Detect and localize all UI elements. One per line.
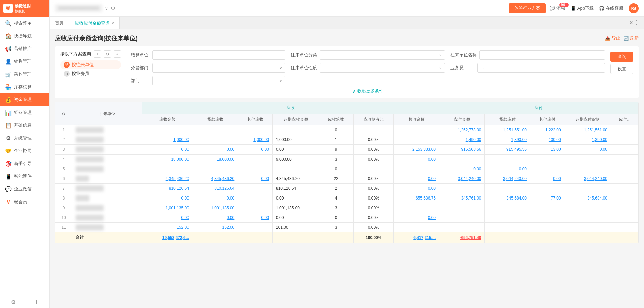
sidebar-item-label: 企业协同 (14, 148, 32, 154)
th-settings[interactable]: ⚙ (55, 102, 72, 125)
partner-name-cell (72, 125, 142, 135)
partner-name-label: 往来单位名称 (450, 52, 477, 58)
tab-close-icon[interactable]: × (112, 21, 114, 26)
tab-home-label: 首页 (55, 20, 64, 26)
tab-ar-ap[interactable]: 应收应付余额查询 × (69, 17, 120, 29)
row-index: 8 (55, 193, 72, 203)
filter-by-salesperson[interactable]: ⊙ 按业务员 (60, 69, 121, 78)
partner-name-input[interactable] (479, 50, 605, 60)
tabs-right: ✕ ⛶ (626, 19, 644, 26)
table-row: 4 18,000.0018,000.009,000.0030.00%0.00 (55, 155, 639, 164)
partner-name-cell (72, 155, 142, 164)
refresh-btn[interactable]: 🔄 刷新 (623, 35, 639, 41)
collapse-scheme-btn[interactable]: « (114, 50, 121, 58)
filter-by-partner[interactable]: 畅 按往来单位 (60, 60, 121, 69)
messages-item[interactable]: 💬 消息 99+ (550, 5, 565, 11)
header-settings-icon[interactable]: ⚙ (111, 5, 115, 11)
tab-home[interactable]: 首页 (50, 17, 69, 29)
sidebar-item-sales[interactable]: 👤 销售管理 (0, 55, 49, 68)
rec-count-cell: 3 (319, 155, 354, 164)
logo-icon: 畅 (3, 4, 13, 13)
sidebar-item-marketing[interactable]: 📢 营销推广 (0, 42, 49, 55)
sidebar-item-wechat[interactable]: 💬 企业微信 (0, 183, 49, 195)
scheme-settings-btn[interactable]: ⊙ (104, 50, 111, 58)
total-pay-amount[interactable]: -654,751.40 (439, 232, 485, 243)
query-btn[interactable]: 查询 (610, 52, 633, 62)
th-rec-overdue: 超期应收金额 (272, 114, 319, 125)
th-rec-amount: 应收金额 (142, 114, 193, 125)
filter-partner-name: 往来单位名称 (450, 50, 605, 60)
set-btn[interactable]: 设置 (610, 64, 633, 74)
tab-maximize-icon[interactable]: ⛶ (636, 20, 641, 26)
dept-label: 分管部门 (131, 65, 150, 71)
page-content: 应收应付余额查询(按往来单位) 📤 导出 🔄 刷新 (50, 29, 644, 308)
avatar-initials: Rit (631, 6, 636, 10)
partner-name-cell: P (72, 193, 142, 203)
marketing-icon: 📢 (5, 46, 11, 52)
partner-nature-select[interactable]: ∨ (320, 63, 445, 73)
settlement-unit-label: 结算单位 (131, 52, 150, 58)
sidebar-item-basic-info[interactable]: 📋 基础信息 (0, 119, 49, 132)
partner-name-cell (72, 213, 142, 223)
total-pre-rec[interactable]: 6,417,215.... (394, 232, 439, 243)
sidebar-item-finance[interactable]: 💰 资金管理 (0, 93, 49, 106)
tab-close-window-icon[interactable]: ✕ (629, 19, 633, 26)
table-row: 674,345,436.204,345,436.200.004,345,436.… (55, 174, 639, 184)
dept-select[interactable]: ∨ (152, 63, 285, 73)
collapse-btn[interactable]: ∧ 收起更多条件 (131, 88, 605, 94)
row-index: 2 (55, 135, 72, 145)
total-rec-amount[interactable]: 19,553,472,6... (142, 232, 193, 243)
filter-partner-category: 往来单位分类 ∨ (291, 50, 445, 60)
row-index: 6 (55, 174, 72, 184)
sidebar-item-system[interactable]: ⚙ 系统管理 (0, 132, 49, 144)
settings-bottom-icon[interactable]: ⚙ (11, 299, 16, 305)
th-pay-overdue: 超期应付货款 (565, 114, 611, 125)
sidebar-item-member[interactable]: V 畅会员 (0, 195, 49, 208)
hardware-icon: 📱 (5, 173, 11, 179)
sidebar-item-label: 搜索菜单 (14, 20, 32, 26)
inventory-icon: 🏪 (5, 84, 11, 90)
sidebar-item-guide[interactable]: 🎯 新手引导 (0, 157, 49, 170)
department-select[interactable]: ∨ (152, 76, 285, 85)
row-index: 3 (55, 145, 72, 155)
app-download-item[interactable]: 📱 App下载 (571, 5, 594, 11)
add-scheme-btn[interactable]: + (94, 50, 101, 58)
partner-category-select[interactable]: ∨ (320, 50, 445, 60)
sidebar-item-hardware[interactable]: 📱 智能硬件 (0, 170, 49, 183)
salesperson-input[interactable]: ··· (477, 63, 605, 73)
sidebar-item-search[interactable]: 🔍 搜索菜单 (0, 17, 49, 30)
tab-ar-ap-label: 应收应付余额查询 (75, 20, 110, 26)
sidebar-item-purchase[interactable]: 🛒 采购管理 (0, 68, 49, 81)
basic-info-icon: 📋 (5, 122, 11, 128)
collapse-sidebar-icon[interactable]: ⏸ (33, 299, 38, 305)
filter-scheme-panel: 按以下方案查询 + ⊙ « 畅 按往来单位 ⊙ 按业务员 (60, 50, 125, 94)
table-row: 1 01,252,773.001,251,551.001,222.001,251… (55, 125, 639, 135)
export-btn[interactable]: 📤 导出 (605, 35, 621, 41)
sidebar-item-inventory[interactable]: 🏪 库存核算 (0, 81, 49, 93)
user-avatar[interactable]: Rit (629, 3, 639, 13)
online-service-item[interactable]: 🎧 在线客服 (599, 5, 623, 11)
salesperson-field-label: 业务员 (450, 65, 475, 71)
settlement-unit-input[interactable]: ··· (152, 50, 285, 60)
export-label: 导出 (612, 35, 621, 41)
department-label: 部门 (131, 78, 150, 84)
sidebar-item-operations[interactable]: 📊 经营管理 (0, 106, 49, 119)
rec-ratio-cell: 0.00% (353, 155, 394, 164)
solution-btn[interactable]: 体验行业方案 (509, 3, 546, 13)
top-header: XXXXXXXXXXXXXX ∨ ⚙ 体验行业方案 💬 消息 99+ 📱 App… (50, 0, 644, 17)
table-row: 10 0.000.000.000.0000.00%0.00 (55, 213, 639, 223)
rec-ratio-cell: 0.00% (353, 135, 394, 145)
sidebar-item-collab[interactable]: 🤝 企业协同 (0, 144, 49, 157)
page-actions: 📤 导出 🔄 刷新 (605, 35, 639, 41)
rec-count-cell: 22 (319, 174, 354, 184)
sales-icon: 👤 (5, 58, 11, 64)
row-index: 1 (55, 125, 72, 135)
th-pre-rec: 预收余额 (394, 114, 439, 125)
refresh-icon: 🔄 (623, 36, 629, 41)
service-icon: 🎧 (599, 6, 604, 11)
table-row: 3 0.000.000.000.0090.00%2,153,333.00915,… (55, 145, 639, 155)
partner-name-cell (72, 223, 142, 232)
th-partner: 往来单位 (72, 102, 142, 125)
rec-ratio-cell: 0.00% (353, 184, 394, 193)
sidebar-item-nav[interactable]: 🏠 快捷导航 (0, 30, 49, 42)
